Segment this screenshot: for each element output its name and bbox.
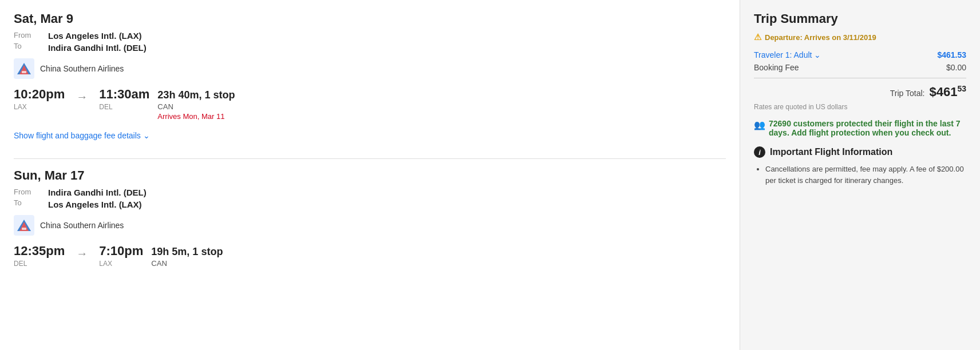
arrive-block-2: 7:10pm LAX [99, 244, 143, 268]
chevron-down-icon-traveler: ⌄ [814, 50, 821, 59]
from-to-labels-1: From To [14, 31, 37, 53]
protection-icon: 👥 [754, 120, 765, 130]
important-info-title: i Important Flight Information [754, 146, 966, 158]
route-row-2: From To Indira Gandhi Intl. (DEL) Los An… [14, 188, 726, 209]
traveler-link[interactable]: Traveler 1: Adult ⌄ [754, 50, 821, 59]
from-airport-2: Indira Gandhi Intl. (DEL) [48, 188, 147, 197]
info-icon: i [754, 146, 765, 158]
traveler-label: Traveler 1: Adult [754, 50, 812, 59]
duration-1: 23h 40m, 1 stop [157, 89, 235, 101]
segment-divider [14, 158, 726, 159]
airline-row-1: China Southern Airlines [14, 58, 726, 79]
protection-banner: 👥 72690 customers protected their flight… [754, 119, 966, 137]
depart-code-2: DEL [14, 260, 65, 268]
duration-block-1: 23h 40m, 1 stop CAN Arrives Mon, Mar 11 [157, 89, 235, 121]
chevron-down-icon-1: ⌄ [143, 131, 150, 140]
important-title-text: Important Flight Information [770, 147, 892, 157]
to-label-2: To [14, 198, 37, 207]
warning-icon: ⚠ [754, 32, 761, 42]
stop-2: CAN [151, 259, 223, 268]
departure-warning: ⚠ Departure: Arrives on 3/11/2019 [754, 32, 966, 42]
booking-fee-row: Booking Fee $0.00 [754, 63, 966, 72]
arrive-time-2: 7:10pm [99, 244, 143, 258]
arrives-note-1: Arrives Mon, Mar 11 [157, 112, 235, 121]
airline-logo-1 [14, 58, 34, 79]
route-airports-1: Los Angeles Intl. (LAX) Indira Gandhi In… [48, 31, 147, 53]
traveler-price-row: Traveler 1: Adult ⌄ $461.53 [754, 50, 966, 59]
flight-date-2: Sun, Mar 17 [14, 168, 726, 183]
departure-warning-text: Departure: Arrives on 3/11/2019 [765, 33, 876, 42]
arrive-block-1: 11:30am DEL [99, 87, 149, 111]
to-airport-2: Los Angeles Intl. (LAX) [48, 200, 147, 209]
airline-logo-2 [14, 215, 34, 236]
right-panel: Trip Summary ⚠ Departure: Arrives on 3/1… [740, 0, 980, 350]
svg-rect-7 [22, 228, 26, 230]
times-row-1: 10:20pm LAX → 11:30am DEL 23h 40m, 1 sto… [14, 87, 726, 121]
show-details-text-1: Show flight and baggage fee details [14, 131, 141, 140]
trip-total-label: Trip Total: [890, 89, 925, 98]
airline-row-2: China Southern Airlines [14, 215, 726, 236]
trip-summary-title: Trip Summary [754, 11, 966, 26]
left-panel: Sat, Mar 9 From To Los Angeles Intl. (LA… [0, 0, 740, 350]
flight-date-1: Sat, Mar 9 [14, 11, 726, 26]
booking-fee-label: Booking Fee [754, 63, 799, 72]
from-label-2: From [14, 188, 37, 196]
traveler-price: $461.53 [937, 50, 966, 59]
times-row-2: 12:35pm DEL → 7:10pm LAX 19h 5m, 1 stop … [14, 244, 726, 268]
duration-2: 19h 5m, 1 stop [151, 246, 223, 258]
stop-1: CAN [157, 102, 235, 111]
trip-total-row: Trip Total: $46153 [754, 84, 966, 100]
depart-time-2: 12:35pm [14, 244, 65, 258]
from-airport-1: Los Angeles Intl. (LAX) [48, 31, 147, 41]
airline-name-1: China Southern Airlines [40, 64, 124, 73]
trip-total-dollars: $461 [929, 85, 957, 99]
depart-block-1: 10:20pm LAX [14, 87, 65, 111]
route-airports-2: Indira Gandhi Intl. (DEL) Los Angeles In… [48, 188, 147, 209]
to-label-1: To [14, 42, 37, 50]
summary-divider [754, 78, 966, 78]
rates-note: Rates are quoted in US dollars [754, 103, 966, 111]
depart-block-2: 12:35pm DEL [14, 244, 65, 268]
depart-time-1: 10:20pm [14, 87, 65, 102]
arrow-1: → [73, 90, 91, 104]
from-to-labels-2: From To [14, 188, 37, 209]
arrive-code-2: LAX [99, 260, 143, 268]
depart-code-1: LAX [14, 103, 65, 111]
important-info-section: i Important Flight Information Cancellat… [754, 146, 966, 186]
trip-total-amount: $46153 [929, 84, 966, 100]
route-row-1: From To Los Angeles Intl. (LAX) Indira G… [14, 31, 726, 53]
arrive-code-1: DEL [99, 103, 149, 111]
svg-rect-3 [22, 71, 26, 73]
to-airport-1: Indira Gandhi Intl. (DEL) [48, 43, 147, 53]
show-details-link-1[interactable]: Show flight and baggage fee details ⌄ [14, 131, 150, 140]
flight-segment-2: Sun, Mar 17 From To Indira Gandhi Intl. … [14, 168, 726, 268]
trip-total-cents: 53 [957, 84, 966, 93]
info-list: Cancellations are permitted, fee may app… [754, 164, 966, 186]
info-item-1: Cancellations are permitted, fee may app… [765, 164, 966, 186]
protection-text: 72690 customers protected their flight i… [769, 119, 966, 137]
from-label-1: From [14, 31, 37, 39]
arrow-2: → [73, 247, 91, 260]
airline-name-2: China Southern Airlines [40, 221, 124, 230]
flight-segment-1: Sat, Mar 9 From To Los Angeles Intl. (LA… [14, 11, 726, 149]
duration-block-2: 19h 5m, 1 stop CAN [151, 246, 223, 268]
arrive-time-1: 11:30am [99, 87, 149, 102]
booking-fee-value: $0.00 [946, 63, 966, 72]
